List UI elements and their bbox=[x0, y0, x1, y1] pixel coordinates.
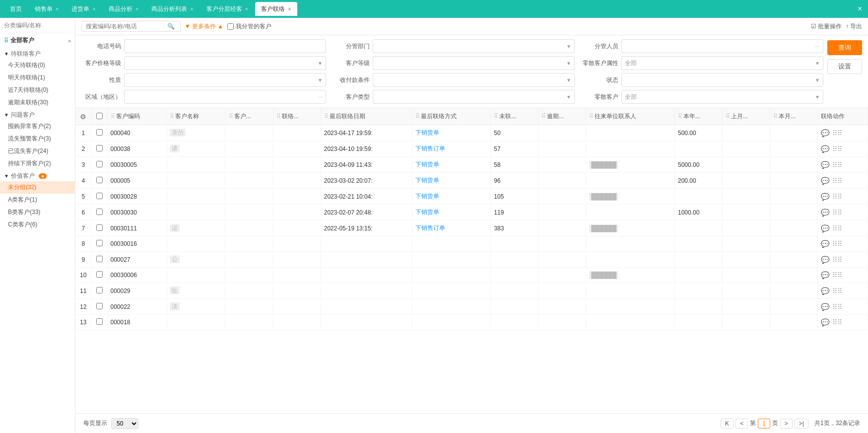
more-action-icon[interactable]: ⠿⠿ bbox=[832, 224, 842, 232]
contact-icon[interactable]: 💬 bbox=[821, 145, 829, 153]
contact-icon[interactable]: 💬 bbox=[821, 129, 829, 137]
department-input[interactable]: ▼ bbox=[373, 39, 575, 53]
sidebar-item-churn-warning[interactable]: 流失预警客户(3) bbox=[0, 133, 75, 145]
last-method-link[interactable]: 下销货单 bbox=[415, 209, 439, 216]
last-page-btn[interactable]: >| bbox=[795, 419, 808, 429]
row-checkbox[interactable] bbox=[96, 224, 103, 231]
contact-icon[interactable]: 💬 bbox=[821, 271, 829, 279]
last-method-link[interactable]: 下销货单 bbox=[415, 161, 439, 168]
manager-input[interactable]: ··· bbox=[621, 39, 823, 53]
search-input[interactable] bbox=[86, 23, 165, 30]
row-checkbox-cell[interactable] bbox=[91, 125, 107, 141]
tab-home[interactable]: 首页 bbox=[4, 2, 28, 16]
sidebar-item-churned[interactable]: 已流失客户(24) bbox=[0, 145, 75, 157]
sidebar-item-today-pending[interactable]: 今天待联络(0) bbox=[0, 59, 75, 72]
more-action-icon[interactable]: ⠿⠿ bbox=[832, 287, 842, 295]
last-method-link[interactable]: 下销售订单 bbox=[415, 145, 445, 152]
contact-icon[interactable]: 💬 bbox=[821, 318, 829, 326]
more-conditions-btn[interactable]: ▼ 更多条件 ▲ bbox=[185, 22, 223, 31]
contact-icon[interactable]: 💬 bbox=[821, 209, 829, 216]
batch-ops-btn[interactable]: ☑ 批量操作 bbox=[811, 22, 842, 31]
phone-input[interactable] bbox=[124, 39, 326, 53]
row-checkbox-cell[interactable] bbox=[91, 173, 107, 189]
more-action-icon[interactable]: ⠿⠿ bbox=[832, 318, 842, 326]
query-button[interactable]: 查询 bbox=[827, 40, 862, 55]
payment-terms-input[interactable]: ▼ bbox=[373, 73, 575, 87]
row-checkbox-cell[interactable] bbox=[91, 141, 107, 157]
zero-retail-input[interactable]: 全部▼ bbox=[621, 90, 823, 104]
next-page-btn[interactable]: > bbox=[780, 419, 793, 429]
row-checkbox-cell[interactable] bbox=[91, 236, 107, 252]
contact-icon[interactable]: 💬 bbox=[821, 161, 829, 169]
contact-icon[interactable]: 💬 bbox=[821, 303, 829, 311]
row-checkbox-cell[interactable] bbox=[91, 220, 107, 236]
col-checkbox-all[interactable] bbox=[91, 108, 107, 125]
more-action-icon[interactable]: ⠿⠿ bbox=[832, 240, 842, 248]
sidebar-item-ungroup[interactable]: 未分组(32) bbox=[0, 181, 75, 194]
price-level-input[interactable]: ▼ bbox=[124, 56, 326, 70]
more-action-icon[interactable]: ⠿⠿ bbox=[832, 145, 842, 153]
window-close-icon[interactable]: × bbox=[858, 4, 862, 13]
reset-button[interactable]: 设置 bbox=[827, 59, 862, 74]
tab-customer-contact[interactable]: 客户联络 × bbox=[255, 2, 297, 16]
select-all-checkbox[interactable] bbox=[96, 113, 103, 119]
nature-input[interactable]: ▼ bbox=[124, 73, 326, 87]
sidebar-item-b-class[interactable]: B类客户(33) bbox=[0, 206, 75, 218]
contact-icon[interactable]: 💬 bbox=[821, 240, 829, 248]
close-customer-contact-icon[interactable]: × bbox=[288, 6, 291, 12]
category-search-input[interactable] bbox=[4, 22, 75, 29]
search-icon[interactable]: 🔍 bbox=[167, 23, 175, 30]
row-checkbox[interactable] bbox=[96, 161, 103, 167]
row-checkbox[interactable] bbox=[96, 193, 103, 199]
more-action-icon[interactable]: ⠿⠿ bbox=[832, 256, 842, 264]
row-checkbox[interactable] bbox=[96, 287, 103, 293]
more-action-icon[interactable]: ⠿⠿ bbox=[832, 209, 842, 216]
customer-type-input[interactable]: ▼ bbox=[373, 90, 575, 104]
row-checkbox-cell[interactable] bbox=[91, 315, 107, 330]
sidebar-item-abnormal-hoarding[interactable]: 囤购异常客户(2) bbox=[0, 120, 75, 133]
sidebar-item-declining[interactable]: 持续下滑客户(2) bbox=[0, 157, 75, 170]
row-checkbox[interactable] bbox=[96, 240, 103, 246]
row-checkbox-cell[interactable] bbox=[91, 157, 107, 173]
row-checkbox-cell[interactable] bbox=[91, 283, 107, 299]
contact-icon[interactable]: 💬 bbox=[821, 256, 829, 264]
row-checkbox[interactable] bbox=[96, 256, 103, 262]
row-checkbox[interactable] bbox=[96, 177, 103, 183]
zero-retail-attr-input[interactable]: 全部▼ bbox=[621, 56, 823, 70]
row-checkbox[interactable] bbox=[96, 271, 103, 278]
my-customers-checkbox[interactable] bbox=[227, 23, 234, 30]
more-action-icon[interactable]: ⠿⠿ bbox=[832, 129, 842, 137]
tab-product-analysis[interactable]: 商品分析 × bbox=[103, 2, 144, 16]
sidebar-item-a-class[interactable]: A类客户(1) bbox=[0, 194, 75, 206]
last-method-link[interactable]: 下销货单 bbox=[415, 129, 439, 136]
prev-page-btn[interactable]: < bbox=[735, 419, 748, 429]
more-action-icon[interactable]: ⠿⠿ bbox=[832, 177, 842, 185]
status-input[interactable]: ▼ bbox=[621, 73, 823, 87]
tab-customer-segment[interactable]: 客户分层经客 × bbox=[200, 2, 254, 16]
sidebar-item-7day-pending[interactable]: 近7天待联络(0) bbox=[0, 84, 75, 96]
all-customers-header[interactable]: ⠿ 全部客户 « bbox=[0, 33, 75, 48]
last-method-link[interactable]: 下销货单 bbox=[415, 193, 439, 200]
close-purchase-order-icon[interactable]: × bbox=[92, 6, 95, 12]
more-action-icon[interactable]: ⠿⠿ bbox=[832, 303, 842, 311]
per-page-select[interactable]: 50 100 200 bbox=[111, 418, 138, 429]
close-product-analysis-icon[interactable]: × bbox=[135, 6, 138, 12]
close-sales-order-icon[interactable]: × bbox=[56, 6, 59, 12]
search-box[interactable]: 🔍 bbox=[81, 21, 181, 32]
customer-level-input[interactable]: ▼ bbox=[373, 56, 575, 70]
contact-icon[interactable]: 💬 bbox=[821, 177, 829, 185]
more-action-icon[interactable]: ⠿⠿ bbox=[832, 161, 842, 169]
row-checkbox-cell[interactable] bbox=[91, 299, 107, 315]
more-action-icon[interactable]: ⠿⠿ bbox=[832, 271, 842, 279]
close-customer-segment-icon[interactable]: × bbox=[245, 6, 248, 12]
region-input[interactable]: ··· bbox=[124, 90, 326, 104]
sidebar-item-tomorrow-pending[interactable]: 明天待联络(1) bbox=[0, 72, 75, 84]
export-btn[interactable]: ↑ 导出 bbox=[846, 22, 862, 31]
sidebar-item-overdue-contact[interactable]: 逾期未联络(30) bbox=[0, 96, 75, 109]
tab-sales-order[interactable]: 销售单 × bbox=[29, 2, 65, 16]
row-checkbox[interactable] bbox=[96, 303, 103, 309]
close-product-analysis-list-icon[interactable]: × bbox=[190, 6, 193, 12]
tab-product-analysis-list[interactable]: 商品分析列表 × bbox=[145, 2, 199, 16]
first-page-btn[interactable]: K bbox=[721, 419, 734, 429]
row-checkbox[interactable] bbox=[96, 209, 103, 215]
